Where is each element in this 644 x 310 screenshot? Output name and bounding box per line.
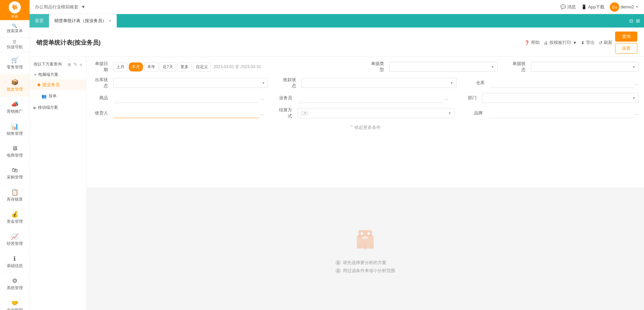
- sidebar-item-wholesale[interactable]: 📦 批发管理: [0, 74, 29, 97]
- scheme-by-doc[interactable]: 👥 按单: [32, 91, 86, 101]
- purchase-icon: 🛍: [0, 167, 29, 174]
- sidebar-item-collaboration[interactable]: 🤝 企业协同: [0, 295, 29, 310]
- more-btn[interactable]: 更多: [177, 62, 192, 71]
- product-input[interactable]: [113, 93, 259, 103]
- doc-type-select[interactable]: ▼: [389, 62, 497, 72]
- collapse-icon: ⌃: [350, 125, 354, 130]
- avatar: Ea: [610, 2, 619, 12]
- salesperson-dots[interactable]: ...: [444, 95, 448, 101]
- doc-status-select[interactable]: ▼: [531, 62, 639, 72]
- basic-icon: ℹ: [0, 255, 29, 262]
- sidebar-item-label: 经营管理: [7, 241, 23, 246]
- logo-text: 标版: [11, 14, 18, 19]
- sidebar-item-purchase[interactable]: 🛍 采购管理: [0, 163, 29, 185]
- export-label: 导出: [586, 40, 595, 46]
- query-button[interactable]: 查询: [615, 32, 637, 42]
- brand-label: 品牌: [467, 110, 485, 116]
- scheme-salesperson[interactable]: 按业务员: [30, 80, 86, 90]
- tab-close-icon[interactable]: ×: [109, 18, 111, 23]
- setting-button[interactable]: 设置: [615, 43, 637, 54]
- tab-bar: 首页 销货单统计表（按业务员） × ⊟ ⊞: [30, 14, 644, 28]
- sidebar-item-label: 基础信息: [7, 263, 23, 268]
- brand-dots[interactable]: ...: [635, 110, 639, 116]
- this-year-btn[interactable]: 本年: [144, 62, 158, 71]
- out-status-select[interactable]: ▼: [113, 78, 268, 88]
- warehouse-input[interactable]: [490, 78, 634, 88]
- left-panel: 按以下方案查询 ⊕ ✎ « ▼ 电脑端方案 按业务员: [30, 57, 87, 310]
- active-tab-label: 销货单统计表（按业务员）: [54, 18, 107, 24]
- tab-home[interactable]: 首页: [30, 14, 49, 28]
- user-profile[interactable]: Ea demo2 ▼: [610, 2, 639, 12]
- finance-icon: 💰: [0, 211, 29, 218]
- sidebar-item-retail[interactable]: 🛒 零售管理: [0, 52, 29, 74]
- sidebar-item-ecommerce[interactable]: 🖥 电商管理: [0, 141, 29, 163]
- last7-btn[interactable]: 近7天: [160, 62, 176, 71]
- product-dots[interactable]: ...: [260, 95, 264, 101]
- brand-input[interactable]: [488, 108, 634, 118]
- svg-point-2: [361, 232, 363, 235]
- collapse-bar[interactable]: ⌃ 收起更多条件: [92, 123, 639, 132]
- refresh-icon: ↺: [599, 40, 602, 45]
- sidebar-item-inventory[interactable]: 📋 库存核算: [0, 185, 29, 207]
- salesperson-input[interactable]: [298, 93, 443, 103]
- tab-minimize-icon[interactable]: ⊟: [629, 18, 633, 23]
- payment-method-label: 结算方式: [276, 107, 295, 119]
- collapse-panel-icon[interactable]: «: [79, 62, 82, 67]
- logo[interactable]: 畅 标版: [0, 0, 30, 20]
- filter-row-3: 商品 ... 业务员 ... 部门: [92, 93, 639, 103]
- sidebar-item-sales[interactable]: 📊 销售管理: [0, 119, 29, 141]
- page-title: 销货单统计表(按业务员): [36, 39, 101, 47]
- print-dropdown-icon[interactable]: ▼: [573, 40, 577, 45]
- print-label: 按模板打印: [549, 40, 571, 46]
- receiver-input[interactable]: [113, 108, 259, 118]
- print-icon: 🖨: [544, 40, 548, 45]
- desktop-group-header[interactable]: ▼ 电脑端方案: [30, 70, 86, 80]
- sidebar-item-label: 库存核算: [7, 197, 23, 202]
- app-download-button[interactable]: 📱 App下载: [581, 4, 604, 10]
- header-right: 💬 消息 📱 App下载 Ea demo2 ▼: [560, 2, 639, 12]
- message-button[interactable]: 💬 消息: [560, 4, 576, 10]
- refresh-button[interactable]: ↺ 刷新: [599, 40, 612, 46]
- sidebar-item-marketing[interactable]: 📣 营销推广: [0, 97, 29, 119]
- sidebar-item-label: 企业协同: [7, 308, 23, 310]
- help-button[interactable]: ❓ 帮助: [524, 40, 540, 46]
- custom-btn[interactable]: 自定义: [193, 62, 211, 71]
- svg-rect-4: [363, 236, 368, 239]
- edit-scheme-icon[interactable]: ✎: [73, 62, 77, 67]
- sidebar-item-basic[interactable]: ℹ 基础信息: [0, 251, 29, 273]
- ecommerce-icon: 🖥: [0, 145, 29, 152]
- payment-status-arrow: ▼: [450, 81, 453, 85]
- warehouse-dots[interactable]: ...: [635, 80, 639, 86]
- tab-salesperson-stats[interactable]: 销货单统计表（按业务员） ×: [49, 14, 117, 28]
- filter-row-1: 单据日期 上月 本月 本年 近7天 更多 自定义 2023-03-01 至 20…: [92, 61, 639, 73]
- brand-input-area: ...: [488, 108, 639, 118]
- print-button[interactable]: 🖨 按模板打印 ▼: [544, 40, 577, 46]
- system-icon: ⚙: [0, 277, 29, 285]
- doc-status-arrow: ▼: [632, 65, 636, 69]
- sidebar-item-system[interactable]: ⚙ 系统管理: [0, 273, 29, 295]
- mobile-group[interactable]: ▶ 移动端方案: [30, 103, 86, 112]
- payment-method-select[interactable]: × ▼: [298, 108, 454, 118]
- sidebar-quick-nav[interactable]: ☰ 快捷导航: [0, 38, 29, 52]
- receiver-dots[interactable]: ...: [260, 110, 264, 116]
- last-month-btn[interactable]: 上月: [113, 62, 127, 71]
- scheme-by-doc-label: 按单: [49, 93, 57, 99]
- export-icon: ⬇: [581, 40, 585, 45]
- payment-method-tag-close[interactable]: ×: [304, 111, 306, 115]
- tab-maximize-icon[interactable]: ⊞: [636, 18, 640, 23]
- sidebar-search[interactable]: 🔍 搜索菜单: [0, 20, 29, 38]
- message-label: 消息: [567, 4, 576, 10]
- breadcrumb-arrow-icon[interactable]: ▼: [81, 4, 86, 9]
- this-month-btn[interactable]: 本月: [129, 62, 143, 71]
- add-scheme-icon[interactable]: ⊕: [67, 62, 71, 67]
- main-area: 办公用品行业模拟账套 ▼ 💬 消息 📱 App下载 Ea demo2 ▼ 首页 …: [30, 0, 644, 310]
- app-download-label: App下载: [588, 4, 604, 10]
- breadcrumb-area: 办公用品行业模拟账套 ▼: [35, 4, 86, 10]
- sidebar-nav-label: 快捷导航: [7, 45, 23, 49]
- sidebar-item-operation[interactable]: 📈 经营管理: [0, 229, 29, 251]
- sidebar-item-finance[interactable]: 💰 资金管理: [0, 207, 29, 229]
- export-button[interactable]: ⬇ 导出: [581, 40, 595, 46]
- nav-icon: ☰: [13, 40, 16, 44]
- payment-status-select[interactable]: ▼: [302, 78, 456, 88]
- department-select[interactable]: ▼: [482, 93, 639, 103]
